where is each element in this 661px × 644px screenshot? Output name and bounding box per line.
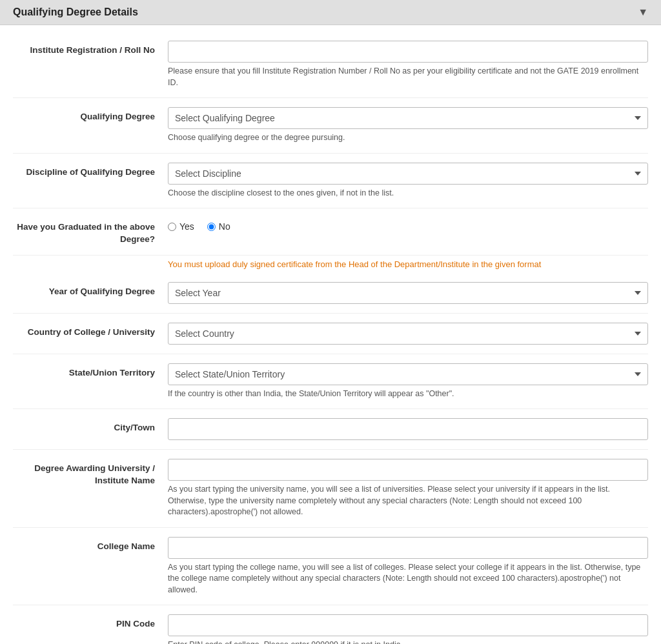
college-field: As you start typing the college name, yo… bbox=[168, 537, 648, 596]
discipline-row: Discipline of Qualifying Degree Select D… bbox=[13, 154, 648, 209]
qualifying-degree-label: Qualifying Degree bbox=[13, 107, 168, 123]
city-field bbox=[168, 418, 648, 440]
pin-hint: Enter PIN code of college. Please enter … bbox=[168, 639, 648, 644]
country-select[interactable]: Select Country bbox=[168, 323, 648, 345]
page-wrapper: Qualifying Degree Details ▼ Institute Re… bbox=[0, 0, 661, 644]
qualifying-degree-field: Select Qualifying Degree Choose qualifyi… bbox=[168, 107, 648, 144]
graduated-no-label[interactable]: No bbox=[207, 221, 230, 232]
institute-registration-field: Please ensure that you fill Institute Re… bbox=[168, 41, 648, 88]
state-row: State/Union Territory Select State/Union… bbox=[13, 354, 648, 410]
graduated-yes-text: Yes bbox=[179, 221, 194, 232]
qualifying-degree-select[interactable]: Select Qualifying Degree bbox=[168, 107, 648, 129]
city-input[interactable] bbox=[168, 418, 648, 440]
year-label: Year of Qualifying Degree bbox=[13, 282, 168, 298]
country-field: Select Country bbox=[168, 323, 648, 345]
graduated-yes-label[interactable]: Yes bbox=[168, 221, 194, 232]
country-label: Country of College / University bbox=[13, 323, 168, 339]
qualifying-degree-select-wrapper: Select Qualifying Degree bbox=[168, 107, 648, 129]
institute-registration-hint: Please ensure that you fill Institute Re… bbox=[168, 66, 648, 88]
state-field: Select State/Union Territory If the coun… bbox=[168, 363, 648, 400]
qualifying-degree-row: Qualifying Degree Select Qualifying Degr… bbox=[13, 98, 648, 154]
state-select-wrapper: Select State/Union Territory bbox=[168, 363, 648, 385]
qualifying-degree-hint: Choose qualifying degree or the degree p… bbox=[168, 132, 648, 144]
graduated-label: Have you Graduated in the above Degree? bbox=[13, 217, 168, 246]
section-header: Qualifying Degree Details ▼ bbox=[0, 0, 661, 25]
graduated-field: Yes No bbox=[168, 217, 648, 232]
pin-label: PIN Code bbox=[13, 614, 168, 630]
year-row: Year of Qualifying Degree Select Year bbox=[13, 273, 648, 314]
collapse-icon[interactable]: ▼ bbox=[638, 6, 648, 18]
institute-registration-row: Institute Registration / Roll No Please … bbox=[13, 32, 648, 98]
college-label: College Name bbox=[13, 537, 168, 553]
institute-registration-label: Institute Registration / Roll No bbox=[13, 41, 168, 57]
year-select-wrapper: Select Year bbox=[168, 282, 648, 304]
state-label: State/Union Territory bbox=[13, 363, 168, 379]
discipline-select[interactable]: Select Discipline bbox=[168, 163, 648, 185]
year-select[interactable]: Select Year bbox=[168, 282, 648, 304]
college-input[interactable] bbox=[168, 537, 648, 559]
college-hint: As you start typing the college name, yo… bbox=[168, 562, 648, 596]
section-title: Qualifying Degree Details bbox=[13, 6, 138, 18]
discipline-hint: Choose the discipline closest to the one… bbox=[168, 188, 648, 199]
discipline-select-wrapper: Select Discipline bbox=[168, 163, 648, 185]
state-hint: If the country is other than India, the … bbox=[168, 388, 648, 400]
state-select[interactable]: Select State/Union Territory bbox=[168, 363, 648, 385]
university-row: Degree Awarding University / Institute N… bbox=[13, 450, 648, 528]
graduated-yes-radio[interactable] bbox=[168, 223, 176, 231]
form-container: Institute Registration / Roll No Please … bbox=[0, 25, 661, 644]
university-label: Degree Awarding University / Institute N… bbox=[13, 459, 168, 487]
discipline-label: Discipline of Qualifying Degree bbox=[13, 163, 168, 179]
pin-field: Enter PIN code of college. Please enter … bbox=[168, 614, 648, 644]
country-row: Country of College / University Select C… bbox=[13, 314, 648, 354]
institute-registration-input[interactable] bbox=[168, 41, 648, 63]
university-input[interactable] bbox=[168, 459, 648, 481]
graduated-radio-group: Yes No bbox=[168, 217, 648, 232]
university-hint: As you start typing the university name,… bbox=[168, 484, 648, 518]
university-field: As you start typing the university name,… bbox=[168, 459, 648, 518]
graduated-row: Have you Graduated in the above Degree? … bbox=[13, 208, 648, 256]
country-select-wrapper: Select Country bbox=[168, 323, 648, 345]
city-row: City/Town bbox=[13, 409, 648, 450]
discipline-field: Select Discipline Choose the discipline … bbox=[168, 163, 648, 199]
city-label: City/Town bbox=[13, 418, 168, 434]
pin-input[interactable] bbox=[168, 614, 648, 636]
warning-text: You must upload duly signed certificate … bbox=[13, 256, 648, 273]
graduated-no-text: No bbox=[219, 221, 230, 232]
year-field: Select Year bbox=[168, 282, 648, 304]
pin-row: PIN Code Enter PIN code of college. Plea… bbox=[13, 605, 648, 644]
graduated-no-radio[interactable] bbox=[207, 223, 216, 231]
college-row: College Name As you start typing the col… bbox=[13, 528, 648, 606]
